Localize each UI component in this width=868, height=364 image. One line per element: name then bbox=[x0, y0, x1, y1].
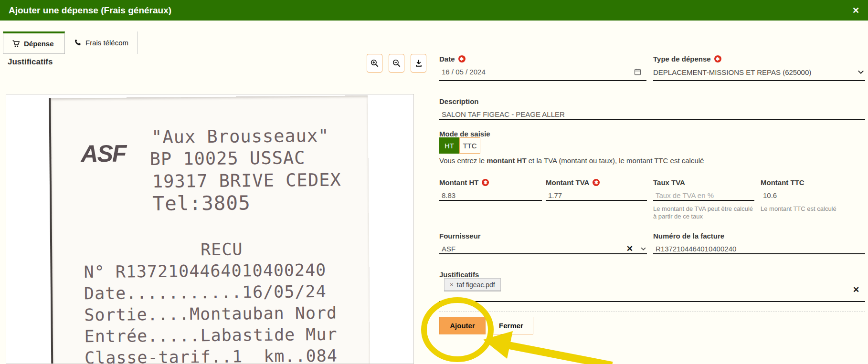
type-depense-value: DEPLACEMENT-MISSIONS ET REPAS (625000) bbox=[653, 68, 857, 76]
receipt-line: Date...........16/05/24 bbox=[84, 282, 327, 303]
required-icon: ✱ bbox=[482, 179, 489, 186]
receipt-viewer: ASF "Aux Brousseaux" BP 10025 USSAC 1931… bbox=[6, 94, 414, 364]
justificatifs-label: Justificatifs bbox=[439, 270, 479, 279]
modal-header: Ajouter une dépense (Frais généraux) ✕ bbox=[0, 0, 868, 21]
justificatifs-underline bbox=[439, 301, 865, 302]
montant-ttc-label: Montant TTC bbox=[761, 178, 804, 187]
receipt-line: Entrée.....Labastide Mur bbox=[85, 325, 338, 346]
chevron-down-icon bbox=[857, 68, 865, 76]
receipt-image: ASF "Aux Brousseaux" BP 10025 USSAC 1931… bbox=[49, 95, 370, 364]
remove-file-icon[interactable]: × bbox=[450, 281, 454, 288]
attached-file-tag: × taf figeac.pdf bbox=[444, 278, 501, 291]
zoom-out-button[interactable] bbox=[389, 54, 404, 73]
montant-ht-input[interactable] bbox=[439, 191, 542, 199]
separator bbox=[439, 312, 865, 312]
numero-facture-input[interactable] bbox=[653, 245, 865, 253]
taux-tva-helper: Le montant de TVA peut être calculé à pa… bbox=[653, 205, 757, 221]
fournisseur-label: Fournisseur bbox=[439, 232, 481, 240]
tab-depense[interactable]: Dépense bbox=[3, 31, 65, 54]
required-icon: ✱ bbox=[714, 55, 721, 62]
download-icon bbox=[414, 59, 423, 68]
montant-ttc-value bbox=[761, 191, 865, 199]
tab-frais-telecom[interactable]: Frais télécom bbox=[65, 31, 138, 54]
tab-bar: Dépense Frais télécom bbox=[3, 31, 138, 54]
taux-tva-field: Taux TVA bbox=[653, 178, 754, 201]
type-depense-label: Type de dépense bbox=[653, 55, 711, 63]
ajouter-button[interactable]: Ajouter bbox=[439, 317, 486, 334]
description-input[interactable] bbox=[439, 110, 865, 118]
date-label: Date bbox=[439, 55, 455, 63]
fournisseur-field: Fournisseur ✕ bbox=[439, 232, 647, 254]
zoom-out-icon bbox=[392, 59, 402, 68]
taux-tva-label: Taux TVA bbox=[653, 178, 685, 187]
type-depense-select[interactable]: DEPLACEMENT-MISSIONS ET REPAS (625000) bbox=[653, 68, 865, 76]
taux-tva-input[interactable] bbox=[653, 191, 754, 199]
zoom-in-icon bbox=[370, 59, 380, 68]
montant-ht-label: Montant HT bbox=[439, 178, 478, 187]
montant-tva-field: Montant TVA ✱ bbox=[546, 178, 647, 201]
calendar-icon[interactable] bbox=[634, 68, 642, 76]
form-actions: Ajouter Fermer bbox=[439, 317, 533, 334]
montant-ttc-helper: Le montant TTC est calculé bbox=[761, 205, 865, 213]
numero-facture-field: Numéro de la facture bbox=[653, 232, 865, 254]
download-button[interactable] bbox=[411, 54, 426, 73]
type-depense-label-row: Type de dépense ✱ bbox=[653, 55, 865, 63]
cart-icon bbox=[12, 40, 20, 48]
fournisseur-input[interactable] bbox=[439, 245, 626, 253]
image-toolbar bbox=[367, 54, 426, 73]
mode-saisie-label: Mode de saisie bbox=[439, 130, 490, 138]
description-label: Description bbox=[439, 97, 479, 105]
tab-depense-label: Dépense bbox=[24, 40, 54, 48]
toggle-ht[interactable]: HT bbox=[439, 137, 459, 154]
phone-icon bbox=[74, 39, 82, 47]
close-icon[interactable]: ✕ bbox=[852, 6, 859, 15]
receipt-line: Tel:3805 bbox=[152, 191, 251, 215]
montant-tva-input[interactable] bbox=[546, 191, 647, 199]
montant-ht-field: Montant HT ✱ bbox=[439, 178, 542, 201]
asf-logo: ASF bbox=[81, 140, 126, 168]
date-input[interactable] bbox=[439, 68, 634, 76]
receipt-line: Sortie....Montauban Nord bbox=[84, 303, 337, 325]
date-label-row: Date ✱ bbox=[439, 55, 646, 63]
required-icon: ✱ bbox=[593, 179, 600, 186]
receipt-line: 19317 BRIVE CEDEX bbox=[152, 170, 341, 192]
montant-tva-label: Montant TVA bbox=[546, 178, 589, 187]
fermer-button[interactable]: Fermer bbox=[489, 317, 533, 334]
montant-ttc-field: Montant TTC bbox=[761, 178, 865, 201]
receipt-line: RECU bbox=[201, 239, 243, 259]
zoom-in-button[interactable] bbox=[367, 54, 382, 73]
tab-frais-telecom-label: Frais télécom bbox=[85, 39, 128, 47]
justificatifs-clear-icon[interactable]: ✕ bbox=[853, 285, 859, 295]
mode-saisie-toggle: HT TTC bbox=[439, 137, 480, 154]
receipt-line: Classe-tarif..1 km..084 bbox=[85, 346, 338, 364]
justificatifs-heading: Justificatifs bbox=[8, 57, 53, 67]
fournisseur-clear-icon[interactable]: ✕ bbox=[626, 245, 633, 253]
attached-file-name: taf figeac.pdf bbox=[457, 281, 495, 289]
numero-facture-label: Numéro de la facture bbox=[653, 232, 724, 240]
description-field: Description bbox=[439, 97, 865, 120]
type-depense-field: Type de dépense ✱ DEPLACEMENT-MISSIONS E… bbox=[653, 55, 865, 81]
mode-saisie-hint: Vous entrez le montant HT et la TVA (mon… bbox=[439, 156, 704, 165]
receipt-line: "Aux Brousseaux" bbox=[151, 125, 329, 147]
chevron-down-icon[interactable] bbox=[640, 245, 647, 252]
date-field: Date ✱ bbox=[439, 55, 646, 81]
modal-title: Ajouter une dépense (Frais généraux) bbox=[9, 5, 171, 16]
receipt-line: BP 10025 USSAC bbox=[149, 147, 305, 169]
receipt-line: N° R1372104464010400240 bbox=[84, 260, 326, 281]
toggle-ttc[interactable]: TTC bbox=[459, 137, 480, 154]
expense-form: Date ✱ Type de dépense ✱ DEPLACEMENT-MIS… bbox=[439, 48, 865, 353]
required-icon: ✱ bbox=[458, 55, 466, 62]
